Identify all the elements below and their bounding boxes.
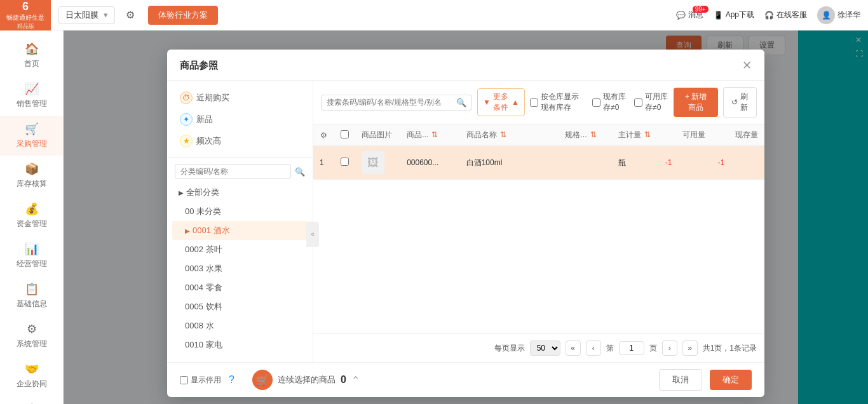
th-name[interactable]: 商品名称 ⇅ <box>460 125 559 146</box>
last-page-button[interactable]: » <box>682 340 698 356</box>
checkbox-by-warehouse-input[interactable] <box>530 98 538 107</box>
th-gear[interactable]: ⚙ <box>313 125 334 146</box>
sidebar-item-home[interactable]: 🏠 首页 <box>0 36 63 76</box>
app-label: App下载 <box>726 10 754 20</box>
th-spec[interactable]: 规格... ⇅ <box>559 125 611 146</box>
messages-badge: 99+ <box>693 6 709 13</box>
page-number-input[interactable] <box>619 341 644 355</box>
th-code[interactable]: 商品... ⇅ <box>400 125 460 146</box>
checkbox-by-warehouse[interactable]: 按仓库显示现有库存 <box>530 91 585 113</box>
quick-recent[interactable]: ⏱ 近期购买 <box>175 88 305 107</box>
th-checkbox <box>334 125 355 146</box>
avatar-icon: 👤 <box>822 11 831 20</box>
sidebar-item-guide[interactable]: 🎓 新手引导 <box>0 396 63 404</box>
sidebar-item-collab[interactable]: 🤝 企业协同 <box>0 356 63 396</box>
sidebar-label-basicinfo: 基础信息 <box>17 299 47 309</box>
checkbox-stock-nonzero[interactable]: 现有库存≠0 <box>592 91 627 113</box>
quick-access-section: ⏱ 近期购买 ✦ 新品 ★ 频次高 <box>167 88 313 158</box>
help-icon[interactable]: ? <box>229 374 234 386</box>
next-page-button[interactable]: › <box>662 340 677 356</box>
th-img-label: 商品图片 <box>362 130 392 139</box>
per-page-select[interactable]: 50 <box>530 340 560 356</box>
td-unit: 瓶 <box>612 146 659 180</box>
settings-icon[interactable]: ⚙ <box>120 5 140 25</box>
table-row[interactable]: 1 🖼 <box>313 146 764 180</box>
per-page-label: 每页显示 <box>494 343 525 354</box>
sidebar-label-system: 系统管理 <box>17 339 47 349</box>
show-disabled-label: 显示停用 <box>191 375 221 386</box>
category-beverage[interactable]: 0005 饮料 <box>172 297 308 316</box>
cat-label-beverage: 0005 饮料 <box>185 301 222 313</box>
cat-label-uncategorized: 00 未分类 <box>185 206 221 217</box>
cat-label-all: 全部分类 <box>186 187 219 198</box>
workspace-name: 日太阳膜 <box>65 10 98 21</box>
sidebar-item-operations[interactable]: 📊 经营管理 <box>0 236 63 276</box>
logo: 6 畅捷通好生意 精品版 <box>0 0 51 30</box>
category-liquor[interactable]: ▶ 0001 酒水 <box>172 221 308 240</box>
logo-icon: 6 <box>22 0 29 13</box>
category-uncategorized[interactable]: 00 未分类 <box>172 202 308 221</box>
checkbox-stock-nonzero-input[interactable] <box>592 98 600 107</box>
service-item[interactable]: 🎧 在线客服 <box>764 10 807 20</box>
show-disabled-checkbox[interactable]: 显示停用 <box>180 375 221 386</box>
quick-freq[interactable]: ★ 频次高 <box>175 131 305 151</box>
th-spec-label: 规格... <box>565 130 587 139</box>
add-product-button[interactable]: + 新增商品 <box>674 88 718 117</box>
modal-close-button[interactable]: ✕ <box>742 58 752 72</box>
quick-freq-label: 频次高 <box>196 135 221 147</box>
product-reference-modal: 商品参照 ✕ ⏱ 近期购买 ✦ 新品 <box>167 50 764 397</box>
product-search-box: 🔍 <box>321 95 472 111</box>
classify-search-input[interactable] <box>175 164 291 179</box>
filter-button[interactable]: ▼ 更多条件 ▲ <box>477 88 525 116</box>
collapse-cart-icon[interactable]: ⌃ <box>351 374 360 386</box>
th-code-label: 商品... <box>407 130 428 139</box>
username: 徐泽华 <box>837 10 860 20</box>
checkbox-stock-nonzero-label: 现有库存≠0 <box>603 91 627 113</box>
collapse-panel-button[interactable]: « <box>306 222 319 247</box>
workspace-dropdown[interactable]: 日太阳膜 ▾ <box>58 6 115 24</box>
category-tea[interactable]: 0002 茶叶 <box>172 240 308 259</box>
category-appliance[interactable]: 0010 家电 <box>172 335 308 354</box>
refresh-button[interactable]: ↺ 刷新 <box>723 87 757 118</box>
sidebar-item-inventory[interactable]: 📦 库存核算 <box>0 156 63 196</box>
modal-toolbar: 🔍 ▼ 更多条件 ▲ 按仓库显示现有库存 <box>313 81 764 125</box>
cancel-button[interactable]: 取消 <box>659 369 702 391</box>
category-water[interactable]: 0008 水 <box>172 316 308 335</box>
product-search-input[interactable] <box>327 98 454 107</box>
td-avail: -1 <box>659 146 712 180</box>
row-checkbox[interactable] <box>341 158 349 166</box>
confirm-button[interactable]: 确定 <box>710 370 752 390</box>
product-image: 🖼 <box>362 151 384 174</box>
category-all[interactable]: ▶ 全部分类 <box>172 183 308 202</box>
checkbox-avail-nonzero-input[interactable] <box>634 98 642 107</box>
checkbox-avail-nonzero[interactable]: 可用库存≠0 <box>634 91 668 113</box>
sidebar-item-basicinfo[interactable]: 📋 基础信息 <box>0 276 63 316</box>
user-avatar-item[interactable]: 👤 徐泽华 <box>817 6 860 24</box>
select-all-checkbox[interactable] <box>341 130 349 138</box>
messages-nav-item[interactable]: 💬 消息 99+ <box>676 10 703 20</box>
td-checkbox[interactable] <box>334 146 355 180</box>
recent-icon: ⏱ <box>180 91 193 104</box>
sidebar-item-sales[interactable]: 📈 销售管理 <box>0 76 63 116</box>
sidebar: 🏠 首页 📈 销售管理 🛒 采购管理 📦 库存核算 💰 资金管理 📊 经营管理 … <box>0 30 64 404</box>
first-page-button[interactable]: « <box>566 340 581 356</box>
cat-label-tea: 0002 茶叶 <box>185 244 222 255</box>
td-img: 🖼 <box>355 146 400 180</box>
sidebar-label-home: 首页 <box>24 58 39 69</box>
main-area: 查询 刷新 设置 ✕ ⛶ 商品参照 ✕ <box>64 30 868 404</box>
sidebar-item-purchase[interactable]: 🛒 采购管理 <box>0 116 63 156</box>
cart-icon[interactable]: 🛒 <box>252 370 273 390</box>
prev-page-button[interactable]: ‹ <box>586 340 601 356</box>
cta-button[interactable]: 体验行业方案 <box>148 6 218 25</box>
quick-new[interactable]: ✦ 新品 <box>175 110 305 129</box>
classify-search-icon[interactable]: 🔍 <box>295 167 305 177</box>
category-fruit[interactable]: 0003 水果 <box>172 259 308 278</box>
sidebar-item-system[interactable]: ⚙ 系统管理 <box>0 316 63 356</box>
filter-collapse-icon: ▲ <box>512 98 519 107</box>
category-snack[interactable]: 0004 零食 <box>172 278 308 297</box>
sidebar-item-finance[interactable]: 💰 资金管理 <box>0 196 63 236</box>
show-disabled-input[interactable] <box>180 376 188 384</box>
freq-icon: ★ <box>180 135 193 147</box>
app-download-item[interactable]: 📱 App下载 <box>714 10 754 20</box>
th-unit[interactable]: 主计量 ⇅ <box>612 125 659 146</box>
